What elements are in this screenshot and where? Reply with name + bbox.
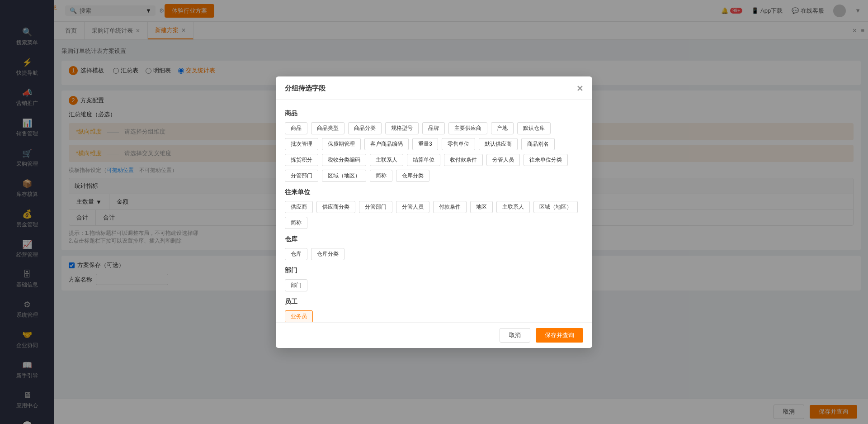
section-warehouse-fields: 仓库 仓库分类: [285, 248, 583, 260]
field-tag[interactable]: 批次管理: [285, 138, 318, 150]
field-tag[interactable]: 默认仓库: [517, 122, 551, 134]
field-tag[interactable]: 品牌: [422, 122, 445, 134]
field-tag[interactable]: 结算单位: [407, 154, 440, 166]
field-tag[interactable]: 商品类型: [311, 122, 344, 134]
modal-footer: 取消 保存并查询: [276, 322, 592, 348]
modal-overlay: 分组待选字段 ✕ 商品 商品 商品类型 商品分类 规格型号 品牌 主要供应商 产…: [0, 0, 868, 424]
field-tag[interactable]: 规格型号: [385, 122, 419, 134]
field-tag[interactable]: 保质期管理: [322, 138, 361, 150]
field-tag[interactable]: 分管人员: [486, 154, 520, 166]
section-contacts-fields: 供应商 供应商分类 分管部门 分管人员 付款条件 地区 主联系人 区域（地区） …: [285, 201, 583, 229]
field-tag[interactable]: 商品: [285, 122, 307, 134]
field-tag-selected[interactable]: 业务员: [285, 310, 313, 322]
field-tag[interactable]: 主要供应商: [448, 122, 487, 134]
section-department-title: 部门: [285, 267, 583, 275]
field-tag[interactable]: 拣货积分: [285, 154, 318, 166]
field-tag[interactable]: 仓库分类: [311, 248, 344, 260]
field-tag[interactable]: 税收分类编码: [322, 154, 366, 166]
field-tag[interactable]: 付款条件: [433, 201, 467, 213]
field-tag[interactable]: 产地: [491, 122, 514, 134]
field-tag[interactable]: 主联系人: [370, 154, 403, 166]
section-employee-fields: 业务员: [285, 310, 583, 322]
field-tag[interactable]: 主联系人: [496, 201, 530, 213]
section-product-title: 商品: [285, 110, 583, 118]
field-tag[interactable]: 重量3: [412, 138, 438, 150]
field-tag[interactable]: 分管部门: [285, 170, 318, 182]
field-tag[interactable]: 部门: [285, 279, 307, 291]
section-product-fields: 商品 商品类型 商品分类 规格型号 品牌 主要供应商 产地 默认仓库 批次管理 …: [285, 122, 583, 182]
field-tag[interactable]: 区域（地区）: [533, 201, 578, 213]
modal-header: 分组待选字段 ✕: [276, 76, 592, 100]
field-tag[interactable]: 收付款条件: [444, 154, 483, 166]
modal-close-icon[interactable]: ✕: [576, 84, 583, 94]
field-tag[interactable]: 仓库: [285, 248, 307, 260]
field-tag[interactable]: 仓库分类: [396, 170, 429, 182]
field-tag[interactable]: 默认供应商: [479, 138, 518, 150]
field-tag[interactable]: 分管人员: [396, 201, 429, 213]
section-warehouse-title: 仓库: [285, 235, 583, 243]
field-tag[interactable]: 地区: [470, 201, 493, 213]
field-tag[interactable]: 区域（地区）: [322, 170, 366, 182]
field-tag[interactable]: 客户商品编码: [364, 138, 409, 150]
field-tag[interactable]: 分管部门: [359, 201, 392, 213]
field-select-modal: 分组待选字段 ✕ 商品 商品 商品类型 商品分类 规格型号 品牌 主要供应商 产…: [276, 76, 592, 348]
field-tag[interactable]: 供应商: [285, 201, 313, 213]
section-department-fields: 部门: [285, 279, 583, 291]
field-tag[interactable]: 往来单位分类: [524, 154, 568, 166]
modal-title: 分组待选字段: [285, 84, 326, 93]
field-tag[interactable]: 商品别名: [521, 138, 555, 150]
field-tag[interactable]: 简称: [370, 170, 392, 182]
modal-body[interactable]: 商品 商品 商品类型 商品分类 规格型号 品牌 主要供应商 产地 默认仓库 批次…: [276, 100, 592, 322]
modal-confirm-button[interactable]: 保存并查询: [536, 328, 583, 343]
section-contacts-title: 往来单位: [285, 188, 583, 196]
field-tag[interactable]: 供应商分类: [316, 201, 355, 213]
section-employee-title: 员工: [285, 298, 583, 306]
field-tag[interactable]: 简称: [285, 217, 307, 229]
field-tag[interactable]: 商品分类: [348, 122, 382, 134]
field-tag[interactable]: 零售单位: [442, 138, 475, 150]
modal-cancel-button[interactable]: 取消: [500, 328, 530, 343]
